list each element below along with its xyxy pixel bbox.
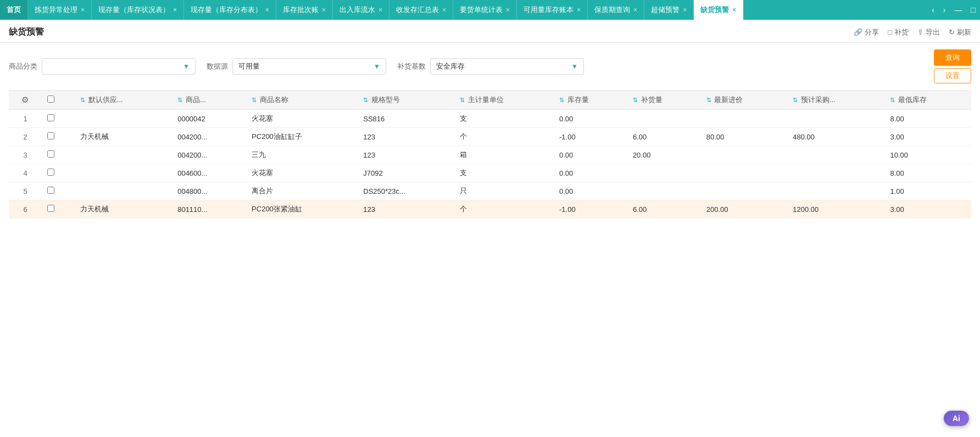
close-tab-inv-dist[interactable]: × bbox=[265, 6, 269, 14]
close-tab-defective[interactable]: × bbox=[81, 6, 85, 14]
row-name: PC200油缸缸子 bbox=[246, 128, 358, 146]
row-checkbox[interactable] bbox=[47, 205, 54, 212]
row-spec: DS250*23c... bbox=[358, 182, 454, 200]
share-button[interactable]: 🔗 分享 bbox=[854, 27, 879, 37]
row-checkbox[interactable] bbox=[47, 187, 54, 194]
row-supplier: 力天机械 bbox=[75, 200, 172, 218]
sort-replenish-icon: ⇅ bbox=[633, 97, 638, 103]
refresh-icon: ↻ bbox=[949, 28, 955, 36]
close-tab-shortage[interactable]: × bbox=[732, 6, 736, 14]
close-tab-flow[interactable]: × bbox=[378, 6, 382, 14]
replenish-base-select[interactable]: 安全库存 ▼ bbox=[430, 58, 584, 75]
tab-overstock[interactable]: 超储预警 × bbox=[644, 0, 694, 20]
settings-button[interactable]: 设置 bbox=[934, 68, 971, 83]
tab-inventory-status[interactable]: 现存量（库存状况表） × bbox=[92, 0, 184, 20]
row-min-stock: 3.00 bbox=[884, 128, 971, 146]
tab-defective[interactable]: 拣货异常处理 × bbox=[28, 0, 92, 20]
close-tab-expiry[interactable]: × bbox=[633, 6, 637, 14]
close-tab-overstock[interactable]: × bbox=[683, 6, 687, 14]
row-latest-price: 200.00 bbox=[701, 200, 787, 218]
row-check bbox=[42, 164, 75, 182]
tab-receipt[interactable]: 收发存汇总表 × bbox=[389, 0, 453, 20]
row-checkbox[interactable] bbox=[47, 114, 54, 121]
page-header: 缺货预警 🔗 分享 □ 补货 ⇧ 导出 ↻ 刷新 bbox=[0, 20, 980, 43]
page-title: 缺货预警 bbox=[9, 26, 44, 38]
row-checkbox[interactable] bbox=[47, 150, 54, 158]
row-sku: 004200... bbox=[172, 146, 246, 164]
column-min-stock[interactable]: ⇅ 最低库存 bbox=[884, 91, 971, 110]
column-name[interactable]: ⇅ 商品名称 bbox=[246, 91, 358, 110]
column-unit[interactable]: ⇅ 主计量单位 bbox=[454, 91, 554, 110]
row-supplier bbox=[75, 146, 172, 164]
export-button[interactable]: ⇧ 导出 bbox=[917, 27, 940, 37]
row-sku: 004600... bbox=[172, 164, 246, 182]
export-icon: ⇧ bbox=[917, 28, 923, 36]
row-replenish bbox=[627, 182, 701, 200]
category-label: 商品分类 bbox=[9, 61, 37, 71]
tab-maximize-button[interactable]: □ bbox=[967, 0, 980, 20]
tab-batch[interactable]: 库存批次账 × bbox=[276, 0, 333, 20]
row-num: 1 bbox=[9, 110, 42, 128]
tab-available[interactable]: 可用量库存账本 × bbox=[517, 0, 588, 20]
column-est-purchase[interactable]: ⇅ 预计采购... bbox=[787, 91, 884, 110]
query-button[interactable]: 查询 bbox=[934, 49, 971, 66]
row-stock: 0.00 bbox=[554, 182, 627, 200]
row-check bbox=[42, 200, 75, 218]
column-supplier[interactable]: ⇅ 默认供应... bbox=[75, 91, 172, 110]
close-tab-purchase[interactable]: × bbox=[506, 6, 510, 14]
replenish-button[interactable]: □ 补货 bbox=[888, 27, 909, 37]
column-latest-price[interactable]: ⇅ 最新进价 bbox=[701, 91, 787, 110]
row-spec: 123 bbox=[358, 200, 454, 218]
column-sku[interactable]: ⇅ 商品... bbox=[172, 91, 246, 110]
row-replenish: 6.00 bbox=[627, 200, 701, 218]
row-checkbox[interactable] bbox=[47, 132, 54, 139]
row-sku: 004200... bbox=[172, 128, 246, 146]
close-tab-receipt[interactable]: × bbox=[442, 6, 446, 14]
row-supplier bbox=[75, 110, 172, 128]
category-select[interactable]: ▼ bbox=[42, 58, 196, 75]
row-num: 4 bbox=[9, 164, 42, 182]
row-num: 2 bbox=[9, 128, 42, 146]
row-check bbox=[42, 128, 75, 146]
tab-purchase-stat[interactable]: 要货单统计表 × bbox=[453, 0, 517, 20]
replenish-base-label: 补货基数 bbox=[397, 61, 426, 71]
category-filter-group: 商品分类 ▼ bbox=[9, 58, 196, 75]
column-replenish[interactable]: ⇅ 补货量 bbox=[627, 91, 701, 110]
table-row: 2 力天机械 004200... PC200油缸缸子 123 个 -1.00 6… bbox=[9, 128, 971, 146]
tab-inventory-dist[interactable]: 现存量（库存分布表） × bbox=[184, 0, 276, 20]
row-replenish bbox=[627, 164, 701, 182]
row-num: 3 bbox=[9, 146, 42, 164]
sort-sku-icon: ⇅ bbox=[177, 97, 182, 103]
close-tab-batch[interactable]: × bbox=[322, 6, 326, 14]
refresh-button[interactable]: ↻ 刷新 bbox=[949, 27, 971, 37]
table-header-row: ⚙ ⇅ 默认供应... ⇅ 商品... ⇅ 商品名称 bbox=[9, 91, 971, 110]
row-est-purchase: 1200.00 bbox=[787, 200, 884, 218]
datasource-select[interactable]: 可用量 ▼ bbox=[232, 58, 386, 75]
row-latest-price bbox=[701, 110, 787, 128]
close-tab-available[interactable]: × bbox=[577, 6, 581, 14]
filter-action-buttons: 查询 设置 bbox=[934, 49, 971, 83]
ai-badge[interactable]: Ai bbox=[944, 411, 969, 426]
row-stock: 0.00 bbox=[554, 164, 627, 182]
select-all-checkbox[interactable] bbox=[47, 96, 54, 103]
tab-flow[interactable]: 出入库流水 × bbox=[333, 0, 389, 20]
tab-home[interactable]: 首页 bbox=[0, 0, 28, 20]
row-est-purchase: 480.00 bbox=[787, 128, 884, 146]
column-gear: ⚙ bbox=[9, 91, 42, 110]
sort-unit-icon: ⇅ bbox=[460, 97, 465, 103]
row-checkbox[interactable] bbox=[47, 169, 54, 176]
tab-minimize-button[interactable]: — bbox=[950, 0, 967, 20]
row-min-stock: 3.00 bbox=[884, 200, 971, 218]
row-supplier: 力天机械 bbox=[75, 128, 172, 146]
tab-expiry[interactable]: 保质期查询 × bbox=[588, 0, 644, 20]
column-spec[interactable]: ⇅ 规格型号 bbox=[358, 91, 454, 110]
row-supplier bbox=[75, 182, 172, 200]
table-settings-icon[interactable]: ⚙ bbox=[21, 95, 29, 104]
datasource-value: 可用量 bbox=[238, 61, 260, 71]
tab-prev-button[interactable]: ‹ bbox=[927, 0, 939, 20]
close-tab-inv-status[interactable]: × bbox=[173, 6, 177, 14]
tab-shortage[interactable]: 缺货预警 × bbox=[694, 0, 743, 20]
row-min-stock: 1.00 bbox=[884, 182, 971, 200]
tab-next-button[interactable]: › bbox=[939, 0, 950, 20]
column-stock[interactable]: ⇅ 库存量 bbox=[554, 91, 627, 110]
